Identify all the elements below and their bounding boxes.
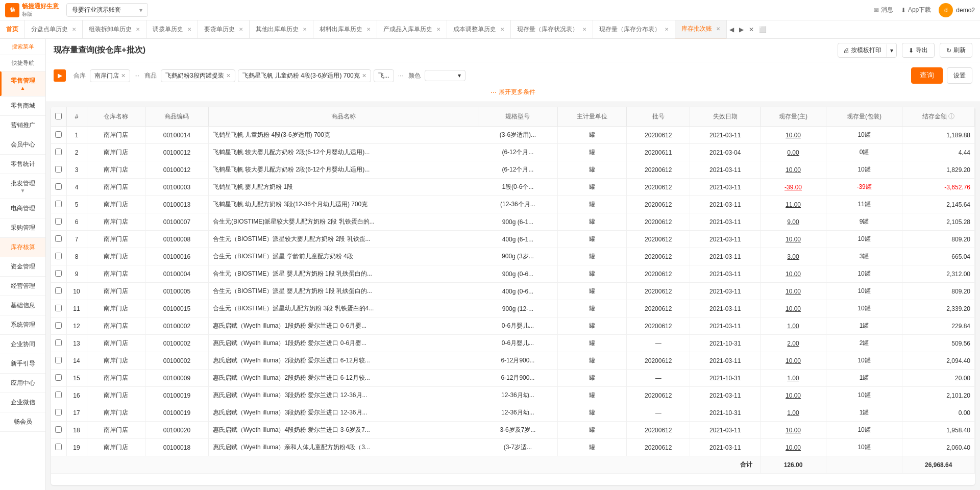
workspace-selector[interactable]: 母婴行业演示账套 ▾ [66,3,148,17]
filter-tag-product-more[interactable]: 飞... [374,69,394,82]
tab-close-icon[interactable]: ✕ [500,27,504,32]
filter-product-more[interactable]: ··· [398,72,403,79]
cell-checkbox[interactable] [51,248,66,265]
settings-button[interactable]: 设置 [947,67,972,84]
tab-next-button[interactable]: ▶ [737,26,746,33]
cell-qty-main[interactable]: 11.00 [761,196,826,213]
tab-close-icon[interactable]: ✕ [136,27,140,32]
tab-fenpan[interactable]: 分盘点单历史 ✕ [25,20,83,39]
sidebar-item-apps[interactable]: 应用中心 [0,374,45,393]
tab-prev-button[interactable]: ◀ [727,26,737,33]
sidebar-item-wx[interactable]: 企业微信 [0,393,45,412]
cell-qty-main[interactable]: 10.00 [761,283,826,300]
cell-qty-main[interactable]: 10.00 [761,300,826,317]
cell-qty-main[interactable]: 1.00 [761,317,826,335]
cell-qty-main[interactable]: 10.00 [761,422,826,439]
cell-qty-main[interactable]: 1.00 [761,370,826,387]
sidebar-item-stats[interactable]: 零售统计 [0,155,45,174]
sidebar-item-retail[interactable]: 零售管理 ▲ [0,71,45,96]
sidebar-search[interactable]: 搜索菜单 [0,39,45,55]
sidebar-item-vip[interactable]: 畅会员 [0,412,45,432]
refresh-button[interactable]: ↻ 刷新 [940,43,972,58]
tab-close-icon[interactable]: ✕ [239,27,243,32]
cell-checkbox[interactable] [51,387,66,404]
cell-checkbox[interactable] [51,335,66,352]
expand-conditions-button[interactable]: ⋯ 展开更多条件 [491,88,535,96]
cell-qty-main[interactable]: 10.00 [761,439,826,456]
tab-close-icon[interactable]: ✕ [716,26,720,32]
tab-xianzailiang2[interactable]: 现存量（库存分布表） ✕ [593,20,675,39]
tab-maximize-button[interactable]: ⬜ [756,26,769,33]
print-button-group[interactable]: 🖨 按模板打印 ▾ [838,43,897,58]
filter-tag-warehouse[interactable]: 南岸门店 ✕ [90,69,130,82]
filter-tag-product-2[interactable]: 飞鹤星飞帆 儿童奶粉 4段(3-6岁适用) 700克 ✕ [238,69,371,82]
tab-close-icon[interactable]: ✕ [303,27,307,32]
tab-close-icon[interactable]: ✕ [187,27,191,32]
filter-tag-product-1[interactable]: 飞鹤奶粉3段丙罐提装 ✕ [161,69,235,82]
cell-qty-main[interactable]: 9.00 [761,213,826,231]
cell-checkbox[interactable] [51,265,66,283]
cell-checkbox[interactable] [51,300,66,317]
cell-checkbox[interactable] [51,196,66,213]
color-dropdown[interactable]: ▾ [425,70,465,81]
sidebar-item-ops[interactable]: 经营管理 [0,277,45,296]
sidebar-item-collab[interactable]: 企业协同 [0,335,45,354]
sidebar-item-marketing[interactable]: 营销推广 [0,116,45,135]
cell-qty-main[interactable]: 10.00 [761,127,826,144]
filter-tag-close-icon[interactable]: ✕ [362,72,366,79]
sidebar-item-sys[interactable]: 系统管理 [0,315,45,335]
filter-expand-arrow[interactable]: ▶ [54,69,66,82]
print-dropdown-icon[interactable]: ▾ [887,44,896,57]
cell-checkbox[interactable] [51,439,66,456]
tab-close-icon[interactable]: ✕ [436,27,440,32]
select-all-checkbox[interactable] [55,113,62,119]
cell-qty-main[interactable]: 1.00 [761,404,826,422]
tab-close-icon[interactable]: ✕ [366,27,371,32]
tab-qita[interactable]: 其他出库单历史 ✕ [250,20,313,39]
sidebar-item-basic[interactable]: 基础信息 [0,296,45,315]
cell-checkbox[interactable] [51,283,66,300]
cell-qty-main[interactable]: 10.00 [761,231,826,248]
cell-checkbox[interactable] [51,231,66,248]
sidebar-item-purchase[interactable]: 采购管理 [0,218,45,238]
user-area[interactable]: d demo2 [939,3,975,17]
sidebar-item-wholesale[interactable]: 批发管理 ▼ [0,174,45,199]
cell-checkbox[interactable] [51,161,66,179]
cell-checkbox[interactable] [51,213,66,231]
filter-tag-close-icon[interactable]: ✕ [121,72,126,79]
tab-close-icon[interactable]: ✕ [665,27,669,32]
app-download-button[interactable]: ⬇ App下载 [901,6,931,14]
filter-tag-close-icon[interactable]: ✕ [226,72,231,79]
cell-checkbox[interactable] [51,422,66,439]
sidebar-item-member[interactable]: 会员中心 [0,135,45,155]
tab-home[interactable]: 首页 [0,20,25,39]
query-button[interactable]: 查询 [911,67,943,84]
tab-chengpin[interactable]: 产成品入库单历史 ✕ [377,20,447,39]
cell-qty-main[interactable]: 3.00 [761,248,826,265]
cell-checkbox[interactable] [51,179,66,196]
tab-close-icon[interactable]: ✕ [72,27,76,32]
cell-checkbox[interactable] [51,317,66,335]
sidebar-quick-nav[interactable]: 快捷导航 [0,55,45,71]
tab-close-all-button[interactable]: ✕ [746,26,756,33]
tab-yaohuo[interactable]: 要货单历史 ✕ [198,20,250,39]
messages-button[interactable]: ✉ 消息 [874,6,893,14]
cell-qty-main[interactable]: 0.00 [761,144,826,161]
filter-toggle-icon[interactable]: ▶ [54,69,66,82]
cell-qty-main[interactable]: 10.00 [761,352,826,370]
tab-kucunpici[interactable]: 库存批次账 ✕ [675,20,727,39]
cell-qty-main[interactable]: 2.00 [761,335,826,352]
sidebar-item-inventory[interactable]: 库存核算 [0,238,45,257]
cell-qty-main[interactable]: 10.00 [761,161,826,179]
sidebar-item-guide[interactable]: 新手引导 [0,354,45,374]
tab-zuche[interactable]: 组装拆卸单历史 ✕ [83,20,146,39]
tab-close-icon[interactable]: ✕ [582,27,586,32]
export-button[interactable]: ⬇ 导出 [902,43,935,58]
cell-qty-main[interactable]: 10.00 [761,387,826,404]
cell-checkbox[interactable] [51,404,66,422]
cell-checkbox[interactable] [51,352,66,370]
sidebar-item-finance[interactable]: 资金管理 [0,257,45,277]
tab-cailiao[interactable]: 材料出库单历史 ✕ [313,20,377,39]
tab-chengben[interactable]: 成本调整单历史 ✕ [447,20,511,39]
cell-checkbox[interactable] [51,144,66,161]
